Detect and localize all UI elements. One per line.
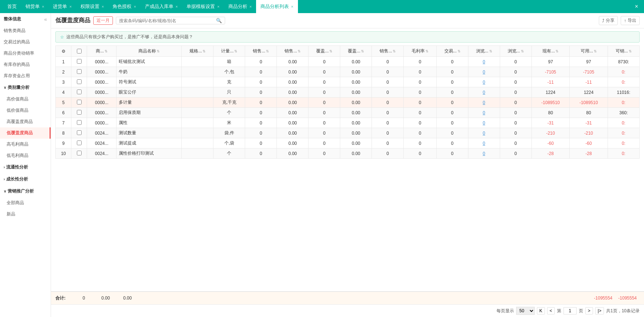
col-browse1[interactable]: 浏览...⇅ bbox=[468, 46, 500, 57]
col-spec[interactable]: 规格...⇅ bbox=[182, 46, 213, 57]
cell-browse1[interactable]: 0 bbox=[468, 67, 500, 77]
col-sales1[interactable]: 销售...⇅ bbox=[245, 46, 277, 57]
row-checkbox[interactable] bbox=[77, 69, 82, 74]
cell-checkbox[interactable] bbox=[71, 67, 87, 77]
row-checkbox[interactable] bbox=[77, 151, 82, 155]
cell-browse1[interactable]: 0 bbox=[468, 118, 500, 128]
sidebar-item-low-margin[interactable]: 低毛利商品 bbox=[0, 150, 51, 161]
nav-product-warehouse[interactable]: 产成品入库单 × bbox=[141, 0, 182, 13]
select-all-checkbox[interactable] bbox=[77, 49, 82, 54]
close-icon[interactable]: × bbox=[102, 4, 104, 9]
col-code[interactable]: 商...⇅ bbox=[87, 46, 117, 57]
first-page-button[interactable]: K bbox=[537, 307, 545, 314]
sidebar-item-sales-goods[interactable]: 销售类商品 bbox=[0, 25, 51, 36]
col-name[interactable]: 商品名称⇅ bbox=[117, 46, 182, 57]
cell-browse1[interactable]: 0 bbox=[468, 98, 500, 108]
sidebar-section-marketing[interactable]: ∨ 营销推广分析 bbox=[0, 185, 51, 197]
page-size-select[interactable]: 50 100 bbox=[516, 307, 535, 315]
cell-browse1[interactable]: 0 bbox=[468, 57, 500, 67]
col-current[interactable]: 现有...⇅ bbox=[531, 46, 570, 57]
sidebar-item-high-margin[interactable]: 高毛利商品 bbox=[0, 139, 51, 150]
close-icon[interactable]: × bbox=[69, 4, 71, 9]
cell-browse1[interactable]: 0 bbox=[468, 138, 500, 148]
nav-goods-analysis[interactable]: 商品分析 × bbox=[224, 0, 256, 13]
sidebar-item-stocked-goods[interactable]: 有库存的商品 bbox=[0, 59, 51, 70]
row-checkbox[interactable] bbox=[77, 90, 82, 94]
col-saleable[interactable]: 可销...⇅ bbox=[608, 46, 639, 57]
cell-checkbox[interactable] bbox=[71, 77, 87, 87]
sidebar-item-new-goods[interactable]: 新品 bbox=[0, 209, 51, 220]
table-container[interactable]: ⚙ 商...⇅ 商品名称⇅ 规格...⇅ 计量...⇅ 销售...⇅ 销售...… bbox=[51, 45, 644, 291]
prev-page-button[interactable]: < bbox=[547, 307, 555, 314]
col-gross-rate[interactable]: 毛利率⇅ bbox=[404, 46, 436, 57]
cell-checkbox[interactable] bbox=[71, 148, 87, 159]
cell-checkbox[interactable] bbox=[71, 118, 87, 128]
cell-browse1[interactable]: 0 bbox=[468, 87, 500, 98]
col-settings[interactable]: ⚙ bbox=[56, 46, 71, 57]
close-icon[interactable]: × bbox=[176, 4, 178, 9]
nav-goods-analysis-list[interactable]: 商品分析列表 × bbox=[256, 0, 298, 13]
cell-checkbox[interactable] bbox=[71, 57, 87, 67]
sidebar-item-high-coverage[interactable]: 高覆盖度商品 bbox=[0, 116, 51, 127]
search-input[interactable] bbox=[119, 18, 216, 23]
sidebar-collapse-btn[interactable]: « bbox=[44, 16, 47, 22]
share-button[interactable]: ⤴ 分享 bbox=[599, 16, 618, 25]
cell-browse1[interactable]: 0 bbox=[468, 77, 500, 87]
last-page-button[interactable]: |> bbox=[595, 307, 604, 314]
export-button[interactable]: ↑ 导出 bbox=[621, 16, 640, 25]
col-cover1[interactable]: 覆盖...⇅ bbox=[309, 46, 340, 57]
nav-sales-order[interactable]: 销货单 × bbox=[21, 0, 48, 13]
cell-checkbox[interactable] bbox=[71, 128, 87, 138]
cell-current: 1224 bbox=[531, 87, 570, 98]
col-trade[interactable]: 交易...⇅ bbox=[436, 46, 468, 57]
row-checkbox[interactable] bbox=[77, 120, 82, 125]
nav-purchase-order[interactable]: 进货单 × bbox=[48, 0, 76, 13]
sidebar-item-all-goods[interactable]: 全部商品 bbox=[0, 197, 51, 209]
cell-checkbox[interactable] bbox=[71, 108, 87, 118]
cell-browse1[interactable]: 0 bbox=[468, 128, 500, 138]
sidebar-item-low-coverage[interactable]: 低覆盖度商品 bbox=[0, 127, 51, 139]
sidebar-item-low-value[interactable]: 低价值商品 bbox=[0, 105, 51, 116]
cell-browse1[interactable]: 0 bbox=[468, 108, 500, 118]
col-browse2[interactable]: 浏览...⇅ bbox=[500, 46, 531, 57]
close-icon[interactable]: × bbox=[250, 4, 252, 9]
cell-checkbox[interactable] bbox=[71, 138, 87, 148]
close-icon[interactable]: × bbox=[42, 4, 44, 9]
nav-template-settings[interactable]: 单据模板设置 × bbox=[182, 0, 224, 13]
global-close-button[interactable]: × bbox=[632, 3, 641, 10]
row-checkbox[interactable] bbox=[77, 79, 82, 84]
row-checkbox[interactable] bbox=[77, 110, 82, 115]
col-sales2[interactable]: 销售...⇅ bbox=[277, 46, 309, 57]
col-checkbox[interactable] bbox=[71, 46, 87, 57]
row-checkbox[interactable] bbox=[77, 100, 82, 104]
sidebar-section-category-analysis[interactable]: ∨ 类别量分析 bbox=[0, 82, 51, 94]
cell-checkbox[interactable] bbox=[71, 87, 87, 98]
col-sales3[interactable]: 销售...⇅ bbox=[372, 46, 404, 57]
close-icon[interactable]: × bbox=[291, 4, 293, 9]
nav-home[interactable]: 首页 bbox=[3, 0, 21, 13]
search-box[interactable]: 🔍 bbox=[116, 17, 225, 24]
nav-role-auth[interactable]: 角色授权 × bbox=[108, 0, 140, 13]
period-button[interactable]: 近一月 bbox=[93, 16, 113, 25]
row-checkbox[interactable] bbox=[77, 140, 82, 145]
cell-checkbox[interactable] bbox=[71, 98, 87, 108]
sidebar-item-category-turnover[interactable]: 商品分类动销率 bbox=[0, 48, 51, 59]
col-available[interactable]: 可用...⇅ bbox=[570, 46, 608, 57]
sidebar-item-traded-goods[interactable]: 交易过的商品 bbox=[0, 36, 51, 48]
row-checkbox[interactable] bbox=[77, 130, 82, 135]
sidebar-item-inventory-capital[interactable]: 库存资金占用 bbox=[0, 70, 51, 82]
sidebar-section-circulation[interactable]: › 流通性分析 bbox=[0, 161, 51, 173]
cell-browse1[interactable]: 0 bbox=[468, 148, 500, 159]
col-cover2[interactable]: 覆盖...⇅ bbox=[340, 46, 372, 57]
next-page-button[interactable]: > bbox=[585, 307, 593, 314]
col-unit[interactable]: 计量...⇅ bbox=[213, 46, 245, 57]
page-input[interactable] bbox=[564, 307, 577, 314]
sidebar-section-growth[interactable]: › 成长性分析 bbox=[0, 173, 51, 185]
sidebar-item-high-value[interactable]: 高价值商品 bbox=[0, 94, 51, 105]
close-icon[interactable]: × bbox=[134, 4, 136, 9]
cell-sales1: 0 bbox=[245, 77, 277, 87]
close-icon[interactable]: × bbox=[217, 4, 219, 9]
row-checkbox[interactable] bbox=[77, 59, 82, 64]
nav-permission-settings[interactable]: 权限设置 × bbox=[76, 0, 108, 13]
sidebar-overview-header[interactable]: 整体信息 « bbox=[0, 13, 51, 25]
